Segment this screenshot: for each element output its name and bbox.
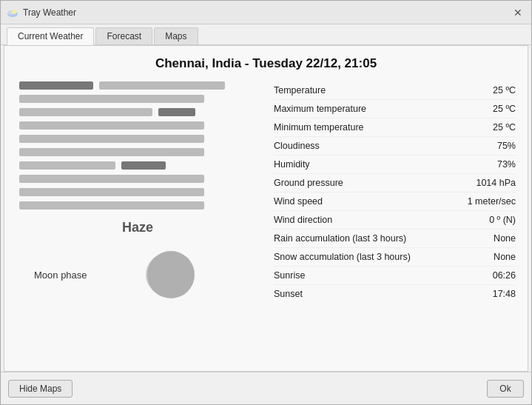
title-bar-text: Tray Weather (23, 7, 511, 18)
data-row-label: Wind speed (274, 196, 457, 207)
data-row-label: Sunset (274, 289, 457, 299)
data-row-value: 25 ºC (457, 104, 516, 114)
data-row: Wind speed1 meter/sec (274, 193, 516, 211)
data-row-value: 06:26 (457, 270, 516, 281)
data-row-label: Maximum temperature (274, 104, 457, 114)
content-area: Chennai, India - Tuesday 22/12, 21:05 (4, 45, 528, 372)
data-row: Rain accumulation (last 3 hours)None (274, 230, 516, 248)
main-section: Haze Moon phase Temperature25 ºCMa (4, 78, 528, 371)
data-row-label: Sunrise (274, 270, 457, 281)
moon-phase-icon (145, 249, 197, 301)
data-row-value: 75% (457, 141, 516, 151)
data-row-label: Humidity (274, 159, 457, 170)
data-row-value: 73% (457, 159, 516, 170)
data-row: Temperature25 ºC (274, 81, 516, 100)
data-row-label: Minimum temperature (274, 122, 457, 133)
weather-data-panel: Temperature25 ºCMaximum temperature25 ºC… (271, 78, 528, 371)
app-window: Tray Weather ✕ Current Weather Forecast … (0, 0, 532, 405)
data-row: Maximum temperature25 ºC (274, 100, 516, 118)
data-row-value: 1 meter/sec (457, 196, 516, 207)
haze-lines (19, 81, 256, 210)
data-row-label: Ground pressure (274, 178, 457, 188)
data-row-value: 25 ºC (457, 85, 516, 96)
title-bar: Tray Weather ✕ (1, 1, 531, 24)
data-row-label: Wind direction (274, 215, 457, 225)
data-row: Snow accumulation (last 3 hours)None (274, 248, 516, 267)
hide-maps-button[interactable]: Hide Maps (8, 380, 73, 398)
data-row: Cloudiness75% (274, 137, 516, 155)
ok-button[interactable]: Ok (487, 380, 524, 398)
tab-bar: Current Weather Forecast Maps (1, 24, 531, 45)
location-title: Chennai, India - Tuesday 22/12, 21:05 (4, 46, 528, 78)
data-row-value: 17:48 (457, 289, 516, 299)
svg-point-2 (12, 10, 16, 14)
bottom-bar: Hide Maps Ok (1, 372, 531, 404)
data-row-value: 1014 hPa (457, 178, 516, 188)
data-row: Sunset17:48 (274, 285, 516, 303)
data-row: Humidity73% (274, 155, 516, 174)
data-row-value: 25 ºC (457, 122, 516, 133)
data-row-label: Cloudiness (274, 141, 457, 151)
moon-phase-section: Moon phase (19, 241, 256, 301)
weather-graphic: Haze Moon phase (4, 78, 271, 371)
data-row-value: None (457, 233, 516, 244)
data-row-label: Snow accumulation (last 3 hours) (274, 252, 457, 262)
tab-forecast[interactable]: Forecast (95, 27, 152, 44)
data-row-label: Temperature (274, 85, 457, 96)
tab-current-weather[interactable]: Current Weather (7, 27, 94, 45)
data-row: Sunrise06:26 (274, 267, 516, 285)
data-row: Ground pressure1014 hPa (274, 174, 516, 193)
tab-maps[interactable]: Maps (154, 27, 198, 44)
data-row-label: Rain accumulation (last 3 hours) (274, 233, 457, 244)
moon-phase-label: Moon phase (34, 270, 101, 281)
close-button[interactable]: ✕ (511, 5, 525, 20)
data-row: Minimum temperature25 ºC (274, 118, 516, 137)
weather-condition-label: Haze (19, 220, 256, 235)
data-row-value: None (457, 252, 516, 262)
app-icon (7, 7, 18, 19)
data-row: Wind direction0 º (N) (274, 211, 516, 230)
data-row-value: 0 º (N) (457, 215, 516, 225)
